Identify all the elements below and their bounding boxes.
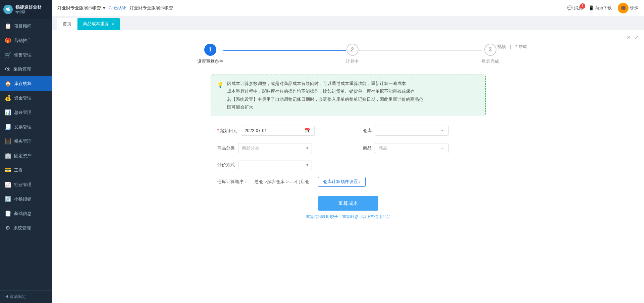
pricing-group: 计价方式 ▾ xyxy=(217,161,348,169)
pricing-dropdown-icon: ▾ xyxy=(306,163,308,167)
warehouse-label: 仓库 xyxy=(348,128,375,134)
sidebar-item-accounting[interactable]: 📊总账管理 xyxy=(0,105,52,120)
goods-group: 商品 商品 ··· xyxy=(348,143,479,153)
accounting-icon: 📊 xyxy=(5,109,11,116)
step-2: 2 计算中 xyxy=(346,44,359,64)
step-3-circle: 3 xyxy=(484,44,496,56)
tax-icon: 🧮 xyxy=(5,138,11,144)
sidebar-item-sales[interactable]: 🛒销售管理 xyxy=(0,48,52,62)
marketing-icon: 🎁 xyxy=(5,37,11,44)
start-date-label: * 起始日期 xyxy=(217,128,241,134)
user-avatar-btn[interactable]: 🐻 珠珠 xyxy=(618,3,639,13)
ops-icon: 📈 xyxy=(5,181,11,188)
goods-input-wrapper[interactable]: 商品 ··· xyxy=(375,143,449,153)
expand-panel-icon[interactable]: ⤢ xyxy=(634,34,639,41)
step-1: 1 设置重算条件 xyxy=(197,44,223,64)
step-1-number: 1 xyxy=(209,47,212,53)
logo-text: 畅捷通好业财 专业版 xyxy=(15,5,42,14)
content-area: ✕ ⤢ 1 设置重算条件 2 计算中 xyxy=(52,30,644,303)
sidebar-item-finance[interactable]: 💰资金管理 xyxy=(0,91,52,105)
sidebar-item-invoice[interactable]: 🧾发票管理 xyxy=(0,120,52,134)
dropdown-arrow-icon: ▾ xyxy=(103,5,105,10)
warehouse-order-settings-label: 仓库计算顺序设置 › xyxy=(323,179,361,185)
sidebar-label-system: 系统管理 xyxy=(13,225,31,231)
sidebar-item-expense[interactable]: 🔄小畅报销 xyxy=(0,192,52,206)
sidebar-item-purchase[interactable]: 🛍采购管理 xyxy=(0,62,52,76)
salary-icon: 💳 xyxy=(5,167,11,173)
steps-container: 1 设置重算条件 2 计算中 3 重算完成 xyxy=(197,30,499,71)
warehouse-order-label: 仓库计算顺序： xyxy=(217,179,251,185)
info-line-3: 若【系统设置】中启用了自动调整记账日期时，会调整入库单的整单记账日期，因此重新计… xyxy=(227,95,423,103)
sidebar-label-tax: 税务管理 xyxy=(14,138,32,144)
sidebar-label-invoice: 发票管理 xyxy=(14,124,32,130)
warehouse-input-wrapper[interactable]: ··· xyxy=(375,126,449,136)
recalc-section: 重算成本 重算过程耗时较长，重算时您可以正常使用产品 xyxy=(52,196,644,226)
start-date-input-wrapper[interactable]: 📅 xyxy=(241,126,315,136)
pricing-select[interactable]: ▾ xyxy=(238,161,312,169)
shield-icon: 🛡 xyxy=(109,6,113,10)
tab-home[interactable]: 首页 xyxy=(57,18,77,30)
sidebar-item-tax[interactable]: 🧮税务管理 xyxy=(0,134,52,148)
close-panel-icon[interactable]: ✕ xyxy=(627,34,631,41)
sidebar-item-assets[interactable]: 🏢固定资产 xyxy=(0,148,52,163)
topbar: 好业财专业版演示帐套 ▾ 🛡 已认证 好业财专业版演示帐套 💬 消息 1 📱 A… xyxy=(52,0,644,16)
category-select[interactable]: 商品分类 ▾ xyxy=(238,143,312,153)
sidebar-item-basic[interactable]: 📑基础信息 xyxy=(0,206,52,221)
sidebar-label-finance: 资金管理 xyxy=(14,95,32,101)
purchase-icon: 🛍 xyxy=(5,66,11,72)
account-selector[interactable]: 好业财专业版演示帐套 ▾ xyxy=(57,5,105,11)
warehouse-dots-icon[interactable]: ··· xyxy=(440,128,445,134)
calendar-icon[interactable]: 📅 xyxy=(305,128,311,134)
start-date-input[interactable] xyxy=(245,128,303,133)
recalc-hint: 重算过程耗时较长，重算时您可以正常使用产品 xyxy=(52,214,644,220)
warehouse-order-settings-btn[interactable]: 仓库计算顺序设置 › xyxy=(318,177,366,187)
sidebar-item-project[interactable]: 📋项目顾问 xyxy=(0,19,52,33)
step-3: 3 重算完成 xyxy=(482,44,499,64)
category-placeholder: 商品分类 xyxy=(242,145,304,151)
step-2-number: 2 xyxy=(351,47,354,53)
step-1-label: 设置重算条件 xyxy=(197,58,223,64)
step-3-number: 3 xyxy=(489,47,492,53)
sidebar-label-inventory: 库存核算 xyxy=(14,81,32,87)
step-2-label: 计算中 xyxy=(346,58,359,64)
info-line-2: 成本重算过程中，影响库存账的操作均不能操作，比如进货单、销货单、库存单据不能审核… xyxy=(227,87,423,95)
topbar-actions: 💬 消息 1 📱 App下载 🐻 珠珠 xyxy=(567,3,639,13)
goods-dots-icon[interactable]: ··· xyxy=(440,145,445,151)
sidebar-item-inventory[interactable]: 🏠库存核算 xyxy=(0,76,52,91)
warehouse-group: 仓库 ··· xyxy=(348,126,479,136)
sidebar-item-marketing[interactable]: 🎁营销推广 xyxy=(0,33,52,48)
verified-text: 已认证 xyxy=(114,5,126,11)
tab-home-label: 首页 xyxy=(63,21,71,27)
app-download-label: App下载 xyxy=(595,5,612,11)
logo-main: 畅捷通好业财 xyxy=(15,5,42,10)
pricing-label: 计价方式 xyxy=(217,162,238,168)
assets-icon: 🏢 xyxy=(5,153,11,159)
sidebar-label-accounting: 总账管理 xyxy=(14,110,32,116)
verified-badge: 🛡 已认证 xyxy=(109,5,126,11)
message-btn[interactable]: 💬 消息 1 xyxy=(567,5,583,11)
form-row-1: * 起始日期 📅 仓库 ··· xyxy=(217,126,479,136)
sidebar-item-salary[interactable]: 💳工资 xyxy=(0,163,52,177)
tab-recalc-close-icon[interactable]: × xyxy=(112,21,114,27)
basic-icon: 📑 xyxy=(5,210,11,217)
tab-recalc[interactable]: 商品成本重算 × xyxy=(77,18,120,30)
sidebar-label-basic: 基础信息 xyxy=(14,211,32,217)
sidebar-item-ops[interactable]: 📈经营管理 xyxy=(0,177,52,192)
recalc-btn[interactable]: 重算成本 xyxy=(318,196,378,211)
help-btn[interactable]: ? 帮助 xyxy=(515,44,527,50)
info-line-4: 围可能会扩大 xyxy=(227,103,423,111)
goods-placeholder: 商品 xyxy=(379,145,441,151)
phone-icon: 📱 xyxy=(589,5,594,10)
inventory-icon: 🏠 xyxy=(5,80,11,87)
step-line-2 xyxy=(359,50,482,51)
content-controls: ✕ ⤢ xyxy=(627,34,639,41)
category-label: 商品分类 xyxy=(217,145,238,151)
avatar-icon: 🐻 xyxy=(621,6,626,10)
sidebar-label-sales: 销售管理 xyxy=(14,52,32,58)
start-date-group: * 起始日期 📅 xyxy=(217,126,348,136)
app-download-btn[interactable]: 📱 App下载 xyxy=(589,5,612,11)
tabbar: 首页 商品成本重算 × xyxy=(52,16,644,30)
system-icon: ⚙ xyxy=(5,225,11,231)
sidebar-item-system[interactable]: ⚙系统管理 xyxy=(0,221,52,235)
sidebar-unpin[interactable]: ◀ 取消固定 xyxy=(0,290,52,303)
